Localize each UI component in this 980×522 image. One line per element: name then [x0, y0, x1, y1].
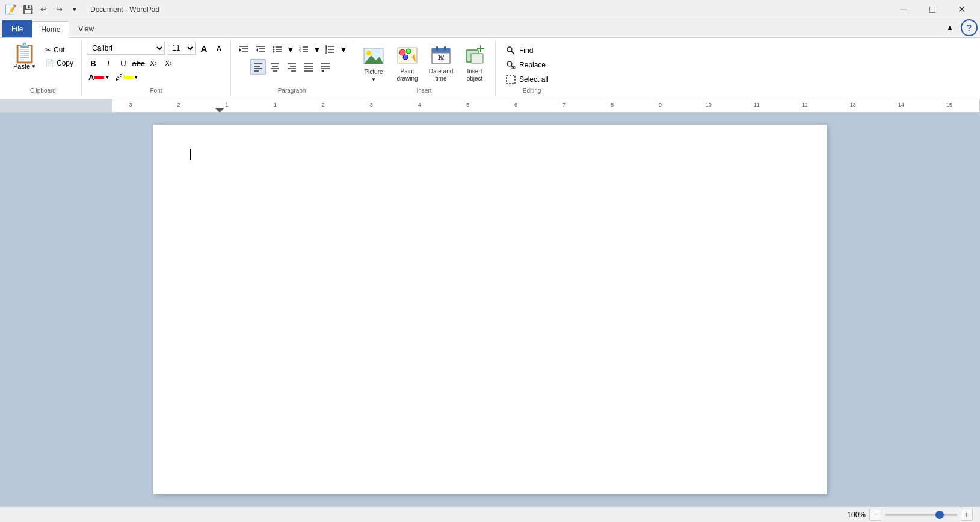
underline-button[interactable]: U: [117, 57, 130, 70]
strikethrough-button[interactable]: abc: [132, 57, 145, 70]
svg-marker-23: [326, 45, 327, 54]
editing-group-label: Editing: [523, 87, 541, 95]
minimize-button[interactable]: ─: [890, 0, 917, 19]
font-color-button[interactable]: A ▼: [87, 72, 111, 83]
svg-text:3: 3: [129, 102, 132, 108]
find-button[interactable]: Find: [502, 44, 562, 57]
numbering-dropdown-button[interactable]: ▼: [313, 42, 321, 57]
svg-text:14: 14: [898, 102, 904, 108]
svg-rect-68: [507, 75, 515, 84]
copy-button[interactable]: 📄 Copy: [42, 57, 76, 69]
paste-button[interactable]: 📋 Paste ▼: [10, 42, 40, 72]
svg-point-49: [406, 49, 411, 54]
tab-home[interactable]: Home: [32, 21, 69, 38]
date-time-button[interactable]: 12 Date andtime: [425, 43, 457, 84]
superscript-button[interactable]: X2: [162, 57, 175, 70]
rtl-button[interactable]: [318, 59, 333, 75]
zoom-slider[interactable]: [885, 514, 957, 516]
qat-redo-button[interactable]: ↪: [52, 2, 66, 17]
highlight-color-button[interactable]: 🖊 ▼: [113, 72, 140, 83]
italic-button[interactable]: I: [102, 57, 115, 70]
close-button[interactable]: ✕: [948, 0, 975, 19]
align-left-button[interactable]: [250, 59, 266, 75]
subscript-button[interactable]: X2: [147, 57, 160, 70]
window-title: Document - WordPad: [90, 5, 159, 14]
svg-text:ab: ab: [511, 65, 516, 69]
select-all-button[interactable]: Select all: [502, 73, 562, 86]
svg-point-50: [403, 55, 408, 60]
title-bar: 📝 💾 ↩ ↪ ▼ Document - WordPad ─ □ ✕: [0, 0, 980, 19]
document-container: [0, 113, 980, 506]
justify-button[interactable]: [301, 59, 316, 75]
clipboard-group: 📋 Paste ▼ ✂ Cut 📄: [5, 40, 82, 96]
insert-object-icon: [464, 45, 485, 67]
cut-icon: ✂: [45, 46, 51, 54]
decrease-indent-button[interactable]: [253, 42, 268, 57]
align-right-button[interactable]: [284, 59, 300, 75]
bullets-dropdown-button[interactable]: ▼: [286, 42, 295, 57]
replace-button[interactable]: ab Replace: [502, 58, 562, 72]
zoom-in-button[interactable]: +: [961, 509, 973, 521]
line-spacing-button[interactable]: [322, 42, 338, 57]
font-group: Calibri 11 A A B I U abc X2 X2: [82, 40, 231, 96]
svg-text:7: 7: [562, 102, 566, 108]
insert-object-button[interactable]: Insertobject: [459, 43, 490, 84]
tab-view[interactable]: View: [69, 20, 103, 37]
insert-group-label: Insert: [417, 87, 432, 95]
status-bar: 100% − +: [0, 506, 980, 522]
tab-file[interactable]: File: [2, 20, 32, 37]
bullets-button[interactable]: [270, 42, 285, 57]
ruler-svg: 3 2 1 1 2 3 4 5 6 7 8 9 10 11 12 13 14: [112, 99, 979, 113]
ribbon-content: 📋 Paste ▼ ✂ Cut 📄: [0, 38, 980, 99]
ribbon-minimize-button[interactable]: ▲: [941, 19, 958, 36]
svg-point-45: [366, 51, 371, 55]
app-icon: 📝: [5, 4, 17, 15]
svg-marker-7: [256, 48, 258, 52]
align-center-button[interactable]: [267, 59, 283, 75]
qat-undo-button[interactable]: ↩: [36, 2, 51, 17]
svg-marker-43: [321, 70, 324, 72]
svg-point-10: [273, 49, 275, 51]
replace-label: Replace: [519, 61, 546, 69]
picture-icon: [363, 46, 384, 67]
cut-button[interactable]: ✂ Cut: [42, 44, 76, 56]
font-grow-button[interactable]: A: [197, 42, 211, 55]
svg-text:3: 3: [370, 102, 373, 108]
copy-label: Copy: [57, 59, 73, 67]
svg-text:12: 12: [802, 102, 808, 108]
help-button[interactable]: ?: [961, 19, 978, 36]
document-page[interactable]: [153, 125, 827, 494]
clipboard-group-label: Clipboard: [30, 87, 56, 95]
svg-marker-3: [239, 48, 241, 52]
font-shrink-button[interactable]: A: [212, 42, 226, 55]
zoom-out-button[interactable]: −: [869, 509, 881, 521]
font-size-select[interactable]: 11: [167, 42, 196, 55]
copy-icon: 📄: [45, 59, 54, 67]
svg-text:13: 13: [850, 102, 856, 108]
qat-save-button[interactable]: 💾: [20, 2, 35, 17]
font-color-icon: A: [88, 73, 94, 82]
line-spacing-dropdown-button[interactable]: ▼: [339, 42, 348, 57]
highlight-icon: 🖊: [115, 73, 123, 82]
qat-customize-button[interactable]: ▼: [67, 2, 82, 17]
paint-drawing-button[interactable]: Paintdrawing: [392, 43, 423, 84]
svg-text:8: 8: [611, 102, 614, 108]
paragraph-group: ▼ 1.2.3. ▼ ▼: [231, 40, 353, 96]
highlight-arrow-icon: ▼: [134, 75, 138, 80]
cut-label: Cut: [54, 46, 65, 54]
svg-text:3.: 3.: [299, 49, 301, 53]
increase-indent-button[interactable]: [236, 42, 251, 57]
svg-rect-60: [471, 54, 483, 63]
numbering-button[interactable]: 1.2.3.: [296, 42, 312, 57]
picture-button[interactable]: Picture ▼: [358, 44, 389, 84]
svg-text:15: 15: [946, 102, 952, 108]
ruler: 3 2 1 1 2 3 4 5 6 7 8 9 10 11 12 13 14: [0, 99, 980, 113]
font-family-select[interactable]: Calibri: [87, 42, 165, 55]
datetime-icon: 12: [430, 45, 452, 67]
select-all-label: Select all: [519, 75, 549, 84]
svg-text:5: 5: [466, 102, 469, 108]
svg-rect-53: [436, 46, 438, 51]
svg-rect-52: [432, 48, 450, 53]
bold-button[interactable]: B: [87, 57, 100, 70]
maximize-button[interactable]: □: [919, 0, 946, 19]
